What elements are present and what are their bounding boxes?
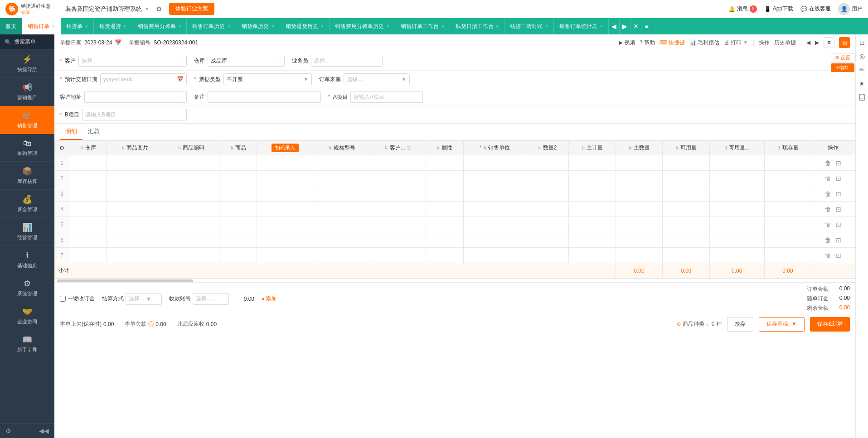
cell-current-7[interactable] — [764, 248, 811, 263]
cell-qty2-3[interactable] — [526, 186, 568, 202]
cell-unit-2[interactable] — [463, 171, 526, 186]
row-copy-btn-1[interactable]: ⊡ — [834, 159, 843, 168]
cell-warehouse-1[interactable] — [69, 155, 107, 171]
row-copy-btn-7[interactable]: ⊡ — [834, 251, 843, 260]
cell-available-6[interactable] — [663, 232, 710, 248]
sidebar-item-quick-nav[interactable]: ⚡ 快捷导航 — [0, 50, 54, 78]
cell-qty2-6[interactable] — [526, 232, 568, 248]
toolbar-video-btn[interactable]: ▶ 视频 — [619, 39, 635, 47]
cell-product-3[interactable] — [219, 186, 257, 202]
tab-cash-workbench[interactable]: 钱货日清工作台 × — [450, 18, 505, 34]
cell-available2-4[interactable] — [709, 202, 764, 217]
toolbar-shortcut-btn[interactable]: ⌨ 快捷键 — [659, 39, 685, 47]
cell-available2-5[interactable] — [709, 217, 764, 232]
cell-image-7[interactable] — [107, 248, 163, 263]
cell-qty2-7[interactable] — [526, 248, 568, 263]
cell-spec-7[interactable] — [314, 248, 370, 263]
cell-current-4[interactable] — [764, 202, 811, 217]
tab-close-icon[interactable]: × — [321, 24, 324, 29]
cell-qty2-5[interactable] — [526, 217, 568, 232]
toolbar-actions-btn[interactable]: 操作 — [759, 39, 770, 47]
project-b-input[interactable]: 请输入B项目 — [82, 109, 187, 120]
cell-main-qty-4[interactable] — [616, 202, 663, 217]
cell-image-2[interactable] — [107, 171, 163, 186]
toolbar-grid-view-btn[interactable]: ▦ — [839, 37, 850, 48]
system-name[interactable]: 装备及固定资产辅助管理系统 ▼ — [65, 5, 149, 13]
tab-close-icon[interactable]: × — [387, 24, 389, 29]
sidebar-item-finance[interactable]: 💰 资金管理 — [0, 190, 54, 218]
cell-customer-code-1[interactable] — [370, 155, 426, 171]
tab-close-icon[interactable]: × — [272, 24, 274, 29]
cell-main-unit-5[interactable] — [569, 217, 616, 232]
rp-icon-2[interactable]: ◎ — [857, 51, 868, 62]
tab-close-icon[interactable]: × — [441, 24, 444, 29]
sidebar-item-sales[interactable]: 🛒 销售管理 — [0, 106, 54, 134]
quick-checkout-label[interactable]: 一键收订金 — [60, 295, 95, 303]
toolbar-print-btn[interactable]: 🖨 打印 ▼ — [724, 39, 748, 47]
cell-main-unit-1[interactable] — [569, 155, 616, 171]
cell-spec-1[interactable] — [314, 155, 370, 171]
scan-btn[interactable]: 扫码录入 — [272, 144, 299, 152]
cell-main-unit-4[interactable] — [569, 202, 616, 217]
tab-sales-slip[interactable]: 销货单 × — [61, 18, 94, 34]
row-delete-btn-2[interactable]: 🗑 — [823, 174, 832, 183]
tab-workbench[interactable]: 销售订单工作台 × — [395, 18, 450, 34]
cell-warehouse-5[interactable] — [69, 217, 107, 232]
row-delete-btn-5[interactable]: 🗑 — [823, 220, 832, 229]
cell-product-1[interactable] — [219, 155, 257, 171]
cell-unit-6[interactable] — [463, 232, 526, 248]
sidebar-item-base[interactable]: ℹ 基础信息 — [0, 246, 54, 274]
cell-warehouse-6[interactable] — [69, 232, 107, 248]
row-delete-btn-7[interactable]: 🗑 — [823, 251, 832, 260]
cell-current-1[interactable] — [764, 155, 811, 171]
address-input[interactable]: ··· — [84, 91, 187, 103]
toolbar-next-btn[interactable]: ▶ — [815, 39, 819, 46]
cell-attribute-5[interactable] — [426, 217, 463, 232]
sidebar-item-system[interactable]: ⚙ 系统管理 — [0, 274, 54, 302]
save-draft-arrow[interactable]: ▼ — [791, 321, 797, 327]
cell-unit-5[interactable] — [463, 217, 526, 232]
tab-sales-return[interactable]: 销货退货 × — [94, 18, 132, 34]
app-download-btn[interactable]: 📱 App下载 — [764, 5, 793, 13]
cell-code-2[interactable] — [163, 171, 219, 186]
cell-unit-7[interactable] — [463, 248, 526, 263]
rp-icon-1[interactable]: ⊡ — [857, 37, 868, 48]
tab-cash-reconcile[interactable]: 钱货日清对账 × — [504, 18, 554, 34]
tab-return-history[interactable]: 销货退货历史 × — [280, 18, 330, 34]
rp-icon-5[interactable]: 📋 — [857, 91, 868, 102]
cell-available2-2[interactable] — [709, 171, 764, 186]
sidebar-item-guide[interactable]: 📖 新手引导 — [0, 330, 54, 358]
rp-icon-4[interactable]: ★ — [857, 78, 868, 89]
cell-available2-3[interactable] — [709, 186, 764, 202]
cell-spec-4[interactable] — [314, 202, 370, 217]
project-a-input[interactable]: 请输入A项目 — [350, 91, 423, 103]
cell-attribute-6[interactable] — [426, 232, 463, 248]
row-copy-btn-3[interactable]: ⊡ — [834, 189, 843, 198]
curr-debt-info-icon[interactable]: ⓘ — [148, 320, 154, 328]
cell-attribute-3[interactable] — [426, 186, 463, 202]
tab-sales-fee[interactable]: 销售费用分摊单 × — [132, 18, 187, 34]
cell-attribute-4[interactable] — [426, 202, 463, 217]
cell-attribute-1[interactable] — [426, 155, 463, 171]
th-settings[interactable]: ⚙ — [55, 141, 69, 155]
cell-main-qty-2[interactable] — [616, 171, 663, 186]
row-copy-btn-2[interactable]: ⊡ — [834, 174, 843, 183]
cell-product-4[interactable] — [219, 202, 257, 217]
quick-checkout-checkbox[interactable] — [60, 296, 66, 302]
sidebar-item-operations[interactable]: 📊 经营管理 — [0, 218, 54, 246]
scrollbar-thumb[interactable] — [57, 279, 193, 282]
settings-bottom-icon[interactable]: ⚙ — [5, 427, 11, 434]
cell-spec-2[interactable] — [314, 171, 370, 186]
cell-image-3[interactable] — [107, 186, 163, 202]
add-material-btn[interactable]: +物料 — [831, 63, 854, 72]
save-new-btn[interactable]: 保存&新增 — [810, 317, 850, 332]
tab-close-icon[interactable]: × — [85, 24, 88, 29]
tab-slip-history[interactable]: 销货单历史 × — [236, 18, 280, 34]
order-source-input[interactable]: 选择... ▼ — [344, 73, 410, 85]
cell-code-5[interactable] — [163, 217, 219, 232]
toolbar-prev-btn[interactable]: ◀ — [806, 39, 810, 46]
cell-product-2[interactable] — [219, 171, 257, 186]
product-count-icon[interactable]: ⊙ — [677, 321, 681, 327]
cell-image-6[interactable] — [107, 232, 163, 248]
tab-close-icon[interactable]: × — [228, 24, 230, 29]
